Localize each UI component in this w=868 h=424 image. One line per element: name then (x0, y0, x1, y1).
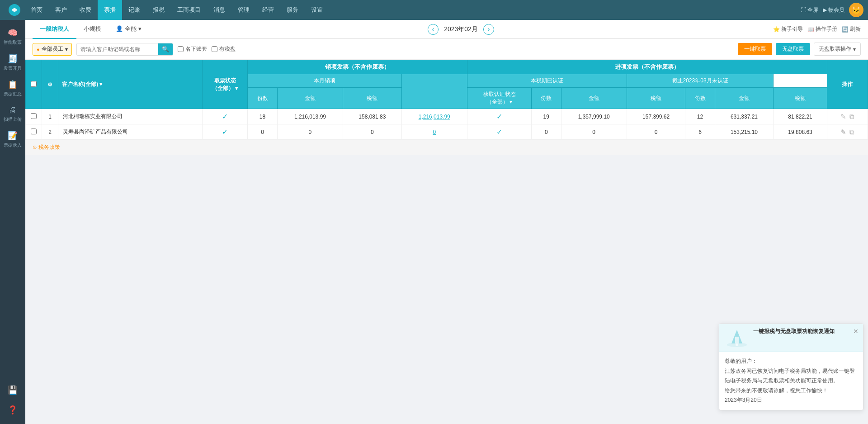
nav-customer[interactable]: 客户 (49, 0, 73, 20)
refresh-btn[interactable]: 🔄 刷新 (842, 25, 861, 33)
chevron-down-icon: ▾ (138, 20, 142, 38)
sales-amount-header: 金额 (277, 88, 343, 109)
sales-copies-header: 份数 (248, 88, 277, 109)
copy-btn-0[interactable]: ⧉ (849, 113, 854, 120)
row-check-0[interactable] (31, 113, 37, 119)
checkbox-taxdisk[interactable] (212, 46, 217, 52)
one-key-fetch-btn[interactable]: 一键取票 (738, 43, 772, 55)
prev-month-btn[interactable]: ‹ (428, 24, 439, 35)
vip-btn[interactable]: ▶ 畅会员 (823, 6, 844, 14)
filter-icon-fetch[interactable]: ▾ (235, 85, 238, 91)
col-fetch-status-header: 取票状态（全部） ▾ (203, 60, 248, 109)
search-input[interactable] (77, 44, 158, 54)
nav-operation[interactable]: 经营 (256, 0, 280, 20)
col-action-header: 操作 (827, 60, 868, 109)
nav-message[interactable]: 消息 (207, 0, 231, 20)
checkbox-name-account: 名下账套 (178, 45, 207, 53)
table-row: 2 灵寿县尚泽矿产品有限公司 ✓ 0 0 0 0 ✓ 0 0 0 6 153,2… (26, 124, 868, 140)
edit-btn-1[interactable]: ✎ (840, 128, 846, 136)
nav-tax[interactable]: 报税 (146, 0, 171, 20)
no-disc-op-label: 无盘取票操作 (819, 45, 851, 53)
dropdown-arrow-icon: ▾ (853, 46, 856, 52)
row-fetch-status-1: ✓ (203, 124, 248, 140)
sidebar-item-smart-fetch[interactable]: 🧠 智能取票 (1, 24, 24, 49)
row-current-copies-0: 19 (532, 109, 561, 124)
consecutive12-header (401, 74, 467, 109)
new-guide-label: 新手引导 (781, 25, 803, 33)
sidebar-item-invoice-open[interactable]: 🧾 发票开具 (1, 50, 24, 75)
sales-invoice-header: 销项发票（不含作废票） (248, 60, 467, 74)
nav-manage[interactable]: 管理 (231, 0, 256, 20)
row-check-1[interactable] (31, 129, 37, 134)
row-checkbox-0[interactable] (26, 109, 42, 124)
nav-settings[interactable]: 设置 (305, 0, 329, 20)
sidebar-item-summary[interactable]: 📋 票据汇总 (1, 76, 24, 101)
edit-btn-0[interactable]: ✎ (840, 113, 846, 120)
row-month-amount-1: 0 (277, 124, 343, 140)
sidebar-item-entry[interactable]: 📝 票据录入 (1, 127, 24, 152)
sidebar-item-help[interactable]: ❓ (1, 401, 24, 419)
row-month-copies-0: 18 (248, 109, 277, 124)
nav-items: 首页 客户 收费 票据 记账 报税 工商项目 消息 管理 经营 服务 设置 (24, 0, 801, 20)
help-icon: ❓ (8, 405, 18, 415)
row-unconf-amount-1: 153,215.10 (715, 124, 773, 140)
notif-greeting: 尊敬的用户： (725, 357, 858, 367)
month-nav: ‹ 2023年02月 › (428, 24, 494, 35)
tab-right-actions: ⭐ 新手引导 📖 操作手册 🔄 刷新 (773, 25, 861, 33)
fetch-status-icon-0: ✓ (222, 113, 228, 120)
row-month-tax-0: 158,081.83 (343, 109, 401, 124)
notif-header: 一键报税与无盘取票功能恢复通知 ✕ (719, 324, 863, 352)
sidebar-label-entry: 票据录入 (4, 142, 22, 148)
row-unconf-tax-1: 19,808.63 (774, 124, 827, 140)
next-month-btn[interactable]: › (483, 24, 494, 35)
checkbox-name[interactable] (178, 46, 184, 52)
tax-policy-link[interactable]: ⊙ 税务政策 (33, 143, 861, 151)
invoice-open-icon: 🧾 (8, 54, 18, 64)
logo (5, 4, 24, 16)
svg-rect-3 (735, 337, 739, 343)
search-box: 🔍 (76, 43, 173, 56)
row-current-tax-1: 0 (627, 124, 685, 140)
row-checkbox-1[interactable] (26, 124, 42, 140)
no-disc-op-btn[interactable]: 无盘取票操作 ▾ (814, 43, 861, 56)
unconfirmed-tax-header: 税额 (774, 88, 827, 109)
sidebar-item-scan[interactable]: 🖨 扫描上传 (1, 102, 24, 126)
notif-image (725, 328, 750, 348)
avatar-icon: 🐱 (852, 6, 861, 14)
nav-service[interactable]: 服务 (280, 0, 305, 20)
notification-panel: 一键报税与无盘取票功能恢复通知 ✕ 尊敬的用户： 江苏政务网已恢复访问电子税务局… (719, 324, 863, 410)
nav-business[interactable]: 工商项目 (171, 0, 207, 20)
row-month-tax-1: 0 (343, 124, 401, 140)
manual-label: 操作手册 (816, 25, 837, 33)
nav-fee[interactable]: 收费 (73, 0, 98, 20)
avatar[interactable]: 🐱 (849, 3, 863, 17)
sidebar-label-smart: 智能取票 (4, 39, 22, 46)
sidebar-label-invoice-open: 发票开具 (4, 65, 22, 71)
filter-icon-customer[interactable]: ▾ (99, 81, 102, 87)
sidebar-item-download[interactable]: 💾 (1, 381, 24, 399)
svg-point-4 (736, 343, 738, 346)
notif-close-btn[interactable]: ✕ (853, 328, 859, 335)
cert-status-header: 获取认证状态（全部） ▾ (467, 88, 531, 109)
tab-all[interactable]: 👤 全能 ▾ (108, 20, 149, 39)
select-all-checkbox[interactable] (31, 81, 37, 87)
download-icon: 💾 (8, 385, 18, 395)
nav-invoice[interactable]: 票据 (98, 0, 122, 20)
no-disc-fetch-btn[interactable]: 无盘取票 (776, 43, 810, 55)
search-button[interactable]: 🔍 (158, 43, 173, 56)
tab-general-taxpayer[interactable]: 一般纳税人 (33, 20, 76, 39)
tab-small-scale[interactable]: 小规模 (76, 20, 108, 39)
new-guide-btn[interactable]: ⭐ 新手引导 (773, 25, 803, 33)
row-consec12-0: 1,216,013.99 (401, 109, 467, 124)
manual-btn[interactable]: 📖 操作手册 (807, 25, 837, 33)
nav-accounting[interactable]: 记账 (122, 0, 146, 20)
copy-btn-1[interactable]: ⧉ (849, 128, 854, 136)
deadline-header: 截止2023年03月未认证 (627, 74, 773, 88)
nav-home[interactable]: 首页 (24, 0, 49, 20)
consec12-link-1[interactable]: 0 (433, 129, 436, 135)
manual-icon: 📖 (807, 26, 814, 33)
consec12-link-0[interactable]: 1,216,013.99 (419, 114, 450, 120)
fullscreen-btn[interactable]: ⛶ 全屏 (801, 6, 818, 14)
employee-chevron-icon: ▾ (65, 46, 68, 52)
filter-icon-cert[interactable]: ▾ (509, 99, 512, 105)
